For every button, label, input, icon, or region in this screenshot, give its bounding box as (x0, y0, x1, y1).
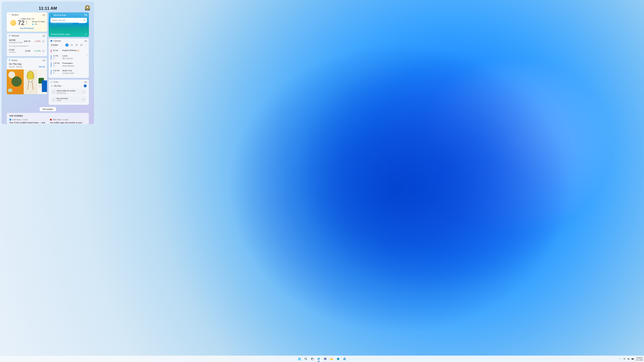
event-menu-button[interactable] (87, 54, 87, 56)
photo-thumbnail[interactable] (24, 69, 37, 94)
edge-search-input[interactable]: Search the web (50, 18, 87, 23)
chat-button[interactable] (322, 356, 328, 362)
calendar-day[interactable]: 21 (70, 44, 74, 46)
taskbar-date: 10/20/21 (636, 357, 643, 359)
edge-photo-location: Ikema Ohashi, Japan (51, 33, 70, 35)
edge-title: Microsoft Edge (54, 14, 66, 16)
ticker-name: Contoso (9, 51, 16, 53)
photos-thumbnails[interactable] (7, 69, 47, 94)
svg-rect-8 (300, 358, 301, 359)
star-icon[interactable] (82, 98, 85, 101)
top-stories-widget[interactable]: TOP STORIES USA Today · 3 minsOne of the… (7, 113, 89, 124)
weather-title: Weather (12, 14, 18, 16)
taskbar-clock[interactable]: 10/20/21 11:11 AM (636, 357, 643, 361)
watchlist-row[interactable]: CTSPContoso23.98+2.23%+ (9, 48, 45, 54)
todo-widget[interactable]: To Do ••• My Day + Send invites for revi… (48, 80, 89, 105)
weather-units[interactable]: °F°C (26, 21, 28, 25)
weather-location: ⌂ Valley Park, CA (9, 18, 45, 20)
event-color-bar (51, 49, 51, 52)
photos-heading: On This Day (9, 63, 45, 65)
source-logo-icon (50, 119, 52, 121)
user-avatar[interactable] (85, 5, 90, 10)
svg-rect-10 (300, 359, 301, 360)
add-task-button[interactable]: + (84, 84, 86, 87)
event-color-bar (51, 70, 51, 75)
task-checkbox[interactable] (52, 98, 55, 101)
watchlist-row[interactable]: WGRBWoodgrove Bank435.75-1.67%✓ (9, 38, 45, 44)
droplet-icon: 💧 (32, 23, 34, 25)
event-color-bar (51, 62, 51, 67)
start-button[interactable] (297, 356, 302, 362)
photo-thumbnail[interactable] (7, 69, 24, 94)
see-full-forecast-link[interactable]: See full forecast (9, 26, 45, 30)
photos-see-all-link[interactable]: See all (39, 66, 45, 68)
tray-overflow-button[interactable] (619, 358, 622, 360)
calendar-widget[interactable]: Calendar ••• October 20212223 All dayAng… (48, 38, 89, 78)
ticker-check-button[interactable]: ✓ (42, 40, 45, 43)
story-item[interactable]: NBC News · 5 minsAre coffee naps the ans… (50, 119, 86, 124)
watchlist-widget[interactable]: Watchlist ••• WGRBWoodgrove Bank435.75-1… (7, 33, 47, 56)
calendar-day[interactable]: 20 (65, 44, 68, 46)
microsoft-edge-widget[interactable]: Microsoft Edge ••• Search the web Ikema … (48, 12, 89, 37)
task-checkbox[interactable] (52, 91, 55, 93)
desktop-wallpaper (0, 0, 644, 362)
weather-summary: Strong UV today (32, 20, 45, 22)
story-headline: One of the smallest black holes — and (9, 121, 46, 124)
file-explorer-button[interactable] (329, 356, 334, 362)
volume-icon[interactable] (627, 358, 630, 360)
svg-point-3 (52, 34, 52, 34)
svg-point-19 (325, 358, 326, 359)
calendar-event[interactable]: All dayAngela's Birthday 🎂 (51, 48, 86, 54)
svg-rect-9 (298, 359, 300, 360)
photos-menu-button[interactable]: ••• (42, 59, 46, 62)
calendar-event[interactable]: 12 PM1hLunchAlex Johnson (51, 54, 86, 61)
event-subtitle: Skype Meeting (62, 65, 74, 67)
microsoft-edge-button[interactable] (335, 356, 341, 362)
weather-icon (8, 14, 11, 16)
calendar-event[interactable]: 6:00 PM3hStudio TimeConf Rm 32/35 (51, 68, 86, 76)
calendar-day[interactable]: 23 (80, 44, 83, 46)
calendar-menu-button[interactable]: ••• (84, 40, 88, 43)
watchlist-title: Watchlist (12, 35, 19, 37)
todo-menu-button[interactable]: ••• (84, 81, 88, 84)
story-item[interactable]: USA Today · 3 minsOne of the smallest bl… (9, 119, 46, 124)
edge-menu-button[interactable]: ••• (84, 14, 88, 16)
weather-widget[interactable]: Weather ••• ⌂ Valley Park, CA 72 °F°C (7, 12, 47, 32)
task-title: Buy groceries (57, 97, 68, 100)
calendar-day[interactable]: 22 (75, 44, 78, 46)
task-subtitle: Tasks (57, 100, 68, 102)
edge-icon (50, 14, 53, 16)
ticker-symbol: CTSP (9, 49, 16, 51)
weather-menu-button[interactable]: ••• (42, 14, 46, 16)
add-widgets-button[interactable]: Add widgets (40, 107, 56, 111)
search-button[interactable] (303, 356, 309, 362)
widgets-button[interactable] (316, 356, 322, 362)
todo-task[interactable]: Buy groceriesTasks (51, 96, 86, 103)
event-title: Lunch (62, 55, 73, 57)
add-ticker-button[interactable]: + (42, 49, 45, 52)
event-subtitle: Alex Johnson (62, 57, 73, 60)
todo-list-name[interactable]: My Day (54, 85, 61, 87)
todo-task[interactable]: Send invites for reviewQ4 planning (51, 89, 86, 95)
event-title: Studio Time (62, 69, 74, 72)
photos-widget[interactable]: Photos ••• On This Day Oct 20 · 33 items… (7, 58, 47, 94)
expand-icon[interactable] (85, 33, 87, 35)
chevron-down-icon[interactable] (62, 85, 63, 87)
taskbar-time: 11:11 AM (636, 359, 643, 361)
watchlist-hint: You may be interested in (9, 44, 45, 48)
microsoft-store-button[interactable] (342, 356, 347, 362)
taskbar: 10/20/21 11:11 AM (0, 356, 644, 362)
task-view-button[interactable] (310, 356, 315, 362)
star-icon[interactable] (82, 91, 85, 93)
location-pin-icon (51, 33, 52, 35)
battery-icon[interactable] (632, 358, 634, 360)
svg-rect-13 (312, 359, 314, 360)
calendar-event[interactable]: 1:30 PM1hPresentationSkype Meeting (51, 61, 86, 68)
ticker-change: +2.23% (32, 50, 40, 52)
photo-thumbnail[interactable] (37, 69, 47, 94)
wifi-icon[interactable] (623, 358, 626, 360)
event-time: 12 PM1h (53, 55, 61, 59)
event-title: Presentation (62, 62, 74, 65)
chevron-down-icon[interactable] (85, 44, 86, 46)
watchlist-menu-button[interactable]: ••• (42, 34, 46, 37)
